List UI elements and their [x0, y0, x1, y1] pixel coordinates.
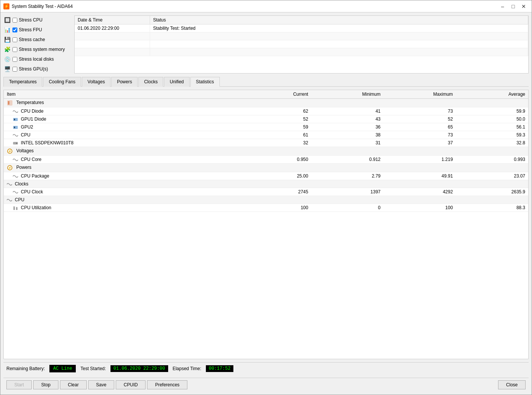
tab-unified[interactable]: Unified	[164, 77, 189, 87]
cpu-core-minimum: 0.912	[311, 156, 383, 164]
cpu-temp-minimum: 38	[311, 131, 383, 139]
stress-memory-item: 🧩 Stress system memory	[3, 45, 71, 54]
preferences-button[interactable]: Preferences	[147, 380, 187, 389]
clear-button[interactable]: Clear	[60, 380, 87, 389]
table-row: CPU Diode 62 41 73 59.9	[4, 107, 528, 115]
stress-cache-checkbox[interactable]	[12, 37, 17, 42]
svg-rect-5	[14, 119, 15, 120]
minimize-button[interactable]: –	[498, 3, 507, 10]
stress-fpu-icon: 📊	[3, 26, 11, 34]
group-cpu: CPU	[4, 196, 528, 204]
stress-gpu-checkbox[interactable]	[12, 67, 17, 72]
log-row-empty-1	[75, 32, 528, 40]
cpu-util-minimum: 0	[311, 204, 383, 212]
log-col-status: Status	[150, 16, 528, 24]
tab-cooling-fans[interactable]: Cooling Fans	[43, 77, 81, 87]
powers-group-icon: ⚡	[7, 165, 14, 171]
stress-cache-item: 💾 Stress cache	[3, 35, 71, 44]
content-area: 🔲 Stress CPU 📊 Stress FPU 💾 Stress cache…	[0, 12, 532, 395]
cpu-core-current: 0.950	[239, 156, 311, 164]
button-bar: Start Stop Clear Save CPUID Preferences …	[3, 378, 529, 392]
cpu-temp-average: 59.3	[456, 131, 528, 139]
log-row: 01.06.2020 22:29:00 Stability Test: Star…	[75, 24, 528, 32]
gpu1-diode-current: 52	[239, 115, 311, 123]
group-powers: ⚡ Powers	[4, 164, 528, 172]
gpu1-diode-minimum: 43	[311, 115, 383, 123]
item-cpu-diode: CPU Diode	[4, 107, 239, 115]
cpu-temp-maximum: 73	[383, 131, 456, 139]
group-clocks: Clocks	[4, 180, 528, 188]
maximize-button[interactable]: □	[508, 3, 518, 10]
col-header-average: Average	[456, 90, 528, 99]
stress-disks-icon: 💿	[3, 55, 11, 63]
stress-disks-checkbox[interactable]	[12, 57, 17, 62]
stress-gpu-label: Stress GPU(s)	[19, 66, 48, 72]
window-title: System Stability Test - AIDA64	[12, 4, 498, 9]
ssd-average: 32.8	[456, 139, 528, 147]
table-row: GPU1 Diode 52 43 52 50.0	[4, 115, 528, 123]
save-button[interactable]: Save	[88, 380, 114, 389]
stop-button[interactable]: Stop	[33, 380, 58, 389]
tabs-section: Temperatures Cooling Fans Voltages Power…	[3, 77, 529, 87]
window-close-button[interactable]: ✕	[519, 3, 529, 10]
stress-memory-icon: 🧩	[3, 46, 11, 53]
cpu-temp-current: 61	[239, 131, 311, 139]
cpu-clock-minimum: 1397	[311, 188, 383, 196]
close-button[interactable]: Close	[498, 380, 526, 389]
tab-statistics[interactable]: Statistics	[190, 77, 220, 87]
start-button[interactable]: Start	[6, 380, 32, 389]
cpu-diode-minimum: 41	[311, 107, 383, 115]
app-icon: ⚡	[3, 3, 9, 9]
col-header-current: Current	[239, 90, 311, 99]
gpu2-minimum: 36	[311, 123, 383, 131]
tab-clocks[interactable]: Clocks	[138, 77, 163, 87]
stress-gpu-item: 🖥️ Stress GPU(s)	[3, 64, 71, 73]
gpu1-diode-average: 50.0	[456, 115, 528, 123]
cpu-core-maximum: 1.219	[383, 156, 456, 164]
remaining-battery-value: AC Line	[49, 365, 76, 372]
svg-rect-4	[13, 118, 18, 121]
item-cpu-package: CPU Package	[4, 172, 239, 180]
svg-text:⚡: ⚡	[8, 149, 12, 153]
gpu2-current: 59	[239, 123, 311, 131]
tab-powers[interactable]: Powers	[111, 77, 138, 87]
table-row: INTEL SSDPEKNW010T8 32 31 37 32.8	[4, 139, 528, 147]
stress-cpu-icon: 🔲	[3, 16, 11, 24]
cpu-util-current: 100	[239, 204, 311, 212]
table-row: CPU Clock 2745 1397 4292 2635.9	[4, 188, 528, 196]
cpu-clock-maximum: 4292	[383, 188, 456, 196]
statistics-table: Item Current Minimum Maximum Average	[4, 90, 528, 212]
tab-temperatures[interactable]: Temperatures	[3, 77, 42, 87]
stress-fpu-checkbox[interactable]	[12, 28, 17, 32]
cpu-core-icon	[13, 157, 18, 162]
log-row-empty-3	[75, 48, 528, 56]
tab-voltages[interactable]: Voltages	[82, 77, 110, 87]
stress-gpu-icon: 🖥️	[3, 65, 11, 73]
stress-cpu-item: 🔲 Stress CPU	[3, 15, 71, 24]
svg-point-9	[16, 142, 17, 144]
cpu-diode-maximum: 73	[383, 107, 456, 115]
item-cpu: CPU	[4, 131, 239, 139]
top-section: 🔲 Stress CPU 📊 Stress FPU 💾 Stress cache…	[3, 15, 529, 73]
group-voltages-label: ⚡ Voltages	[4, 147, 528, 156]
log-row-empty-2	[75, 40, 528, 48]
group-cpu-label: CPU	[4, 196, 528, 204]
statistics-table-section[interactable]: Item Current Minimum Maximum Average	[3, 90, 529, 359]
item-gpu2: GPU2	[4, 123, 239, 131]
stress-cpu-label: Stress CPU	[19, 17, 43, 23]
stress-cpu-checkbox[interactable]	[12, 18, 17, 23]
stress-memory-checkbox[interactable]	[12, 47, 17, 52]
cpu-util-icon	[13, 205, 18, 210]
table-row: CPU Core 0.950 0.912 1.219 0.993	[4, 156, 528, 164]
log-datetime: 01.06.2020 22:29:00	[75, 24, 150, 32]
cpu-clock-average: 2635.9	[456, 188, 528, 196]
item-cpu-core: CPU Core	[4, 156, 239, 164]
temperatures-group-icon	[7, 100, 14, 106]
stress-options-panel: 🔲 Stress CPU 📊 Stress FPU 💾 Stress cache…	[3, 15, 71, 73]
svg-text:⚡: ⚡	[8, 166, 12, 170]
stress-cache-icon: 💾	[3, 36, 11, 43]
cpu-diode-icon	[13, 109, 18, 114]
log-panel: Date & Time Status 01.06.2020 22:29:00 S…	[74, 15, 529, 73]
ssd-minimum: 31	[311, 139, 383, 147]
cpuid-button[interactable]: CPUID	[116, 380, 146, 389]
